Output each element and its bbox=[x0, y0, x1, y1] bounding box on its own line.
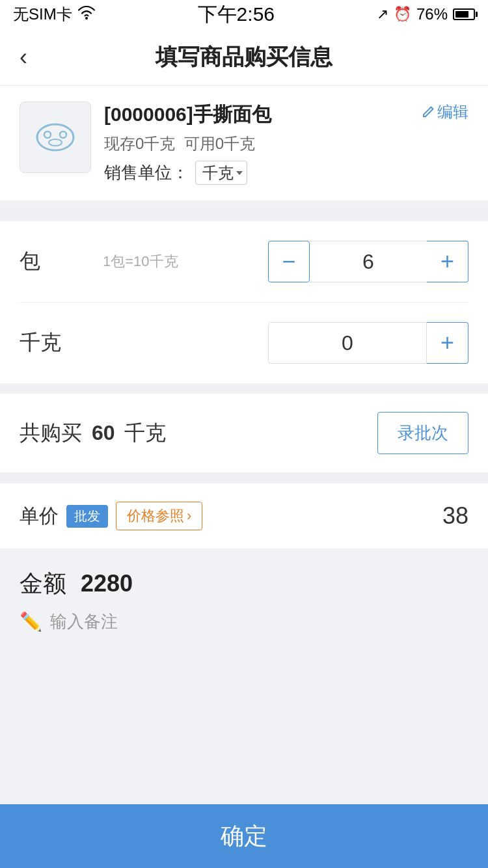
note-placeholder: 输入备注 bbox=[50, 610, 118, 633]
price-tag: 批发 bbox=[66, 505, 108, 528]
bag-decrease-button[interactable]: − bbox=[268, 241, 310, 282]
amount-value: 2280 bbox=[81, 570, 133, 597]
bag-row: 包 1包=10千克 − + bbox=[20, 221, 468, 303]
bag-qty-input[interactable] bbox=[310, 241, 427, 282]
battery-percent: 76% bbox=[416, 5, 448, 23]
total-qty: 60 bbox=[92, 421, 115, 444]
amount-label: 金额 bbox=[20, 570, 66, 597]
product-title: 手撕面包 bbox=[193, 103, 271, 125]
section-divider-3 bbox=[0, 472, 488, 483]
location-icon: ↗ bbox=[377, 6, 388, 23]
total-section: 共购买 60 千克 录批次 bbox=[0, 394, 488, 472]
product-name-row: [0000006]手撕面包 编辑 bbox=[104, 102, 468, 128]
status-right: ↗ ⏰ 76% bbox=[377, 5, 475, 23]
bag-label: 包 bbox=[20, 247, 98, 276]
unit-select[interactable]: 千克 bbox=[195, 161, 247, 185]
note-row[interactable]: ✏️ 输入备注 bbox=[20, 610, 468, 633]
battery-icon bbox=[453, 8, 475, 20]
price-ref-arrow: › bbox=[187, 508, 191, 524]
unit-label: 销售单位： bbox=[104, 161, 189, 184]
kg-qty-control: + bbox=[268, 322, 468, 364]
carrier-text: 无SIM卡 bbox=[13, 4, 72, 25]
total-prefix: 共购买 bbox=[20, 421, 82, 444]
page-title: 填写商品购买信息 bbox=[156, 42, 332, 72]
amount-section: 金额 2280 ✏️ 输入备注 bbox=[0, 549, 488, 646]
svg-point-1 bbox=[44, 131, 51, 138]
kg-row: 千克 + bbox=[20, 303, 468, 383]
product-info: [0000006]手撕面包 编辑 现存0千克 可用0千克 销售单位： 千克 bbox=[104, 102, 468, 185]
kg-increase-button[interactable]: + bbox=[427, 322, 468, 364]
total-text: 共购买 60 千克 bbox=[20, 419, 166, 448]
bag-sub: 1包=10千克 bbox=[103, 252, 178, 271]
pencil-icon: ✏️ bbox=[20, 611, 42, 632]
nav-bar: ‹ 填写商品购买信息 bbox=[0, 29, 488, 86]
batch-button[interactable]: 录批次 bbox=[377, 412, 468, 454]
status-bar: 无SIM卡 下午2:56 ↗ ⏰ 76% bbox=[0, 0, 488, 29]
product-name: [0000006]手撕面包 bbox=[104, 102, 271, 128]
product-unit-row: 销售单位： 千克 bbox=[104, 161, 468, 185]
bag-qty-control: − + bbox=[268, 241, 468, 282]
price-ref-button[interactable]: 价格参照 › bbox=[116, 502, 202, 530]
status-left: 无SIM卡 bbox=[13, 4, 96, 25]
svg-point-3 bbox=[49, 139, 62, 146]
product-stock: 现存0千克 可用0千克 bbox=[104, 133, 468, 154]
price-value: 38 bbox=[442, 502, 468, 530]
back-button[interactable]: ‹ bbox=[13, 37, 34, 77]
total-unit: 千克 bbox=[124, 421, 166, 444]
product-thumbnail bbox=[20, 102, 91, 173]
price-section: 单价 批发 价格参照 › 38 bbox=[0, 483, 488, 549]
kg-qty-input[interactable] bbox=[268, 322, 427, 364]
status-time: 下午2:56 bbox=[198, 1, 275, 28]
bottom-spacer bbox=[0, 646, 488, 710]
section-divider-1 bbox=[0, 211, 488, 221]
product-code: [0000006] bbox=[104, 103, 193, 125]
product-card: [0000006]手撕面包 编辑 现存0千克 可用0千克 销售单位： 千克 bbox=[0, 86, 488, 200]
kg-label: 千克 bbox=[20, 331, 61, 354]
input-section: 包 1包=10千克 − + 千克 + bbox=[0, 221, 488, 383]
confirm-btn-label: 确定 bbox=[221, 821, 267, 852]
edit-button[interactable]: 编辑 bbox=[422, 102, 468, 122]
svg-point-2 bbox=[60, 131, 66, 138]
price-label: 单价 bbox=[20, 503, 59, 530]
bag-increase-button[interactable]: + bbox=[427, 241, 468, 282]
price-ref-label: 价格参照 bbox=[127, 506, 184, 526]
alarm-icon: ⏰ bbox=[394, 6, 411, 23]
price-left: 单价 批发 价格参照 › bbox=[20, 502, 202, 530]
amount-row: 金额 2280 bbox=[20, 568, 468, 600]
section-divider-2 bbox=[0, 383, 488, 394]
confirm-button[interactable]: 确定 bbox=[0, 804, 488, 868]
wifi-icon bbox=[77, 5, 96, 23]
